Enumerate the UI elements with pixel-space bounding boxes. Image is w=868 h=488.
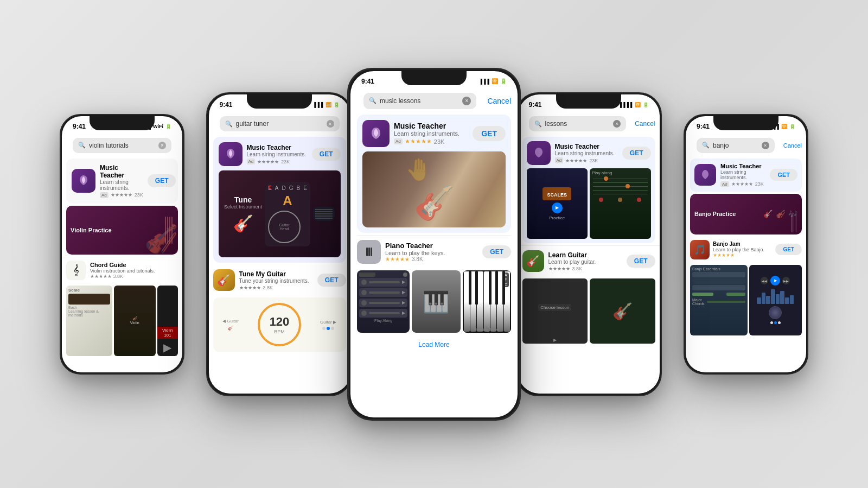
banjo-banner: Banjo Practice 🎸 🎻 🎶 bbox=[690, 194, 802, 235]
search-query-rightmost: banjo bbox=[713, 142, 758, 149]
get-btn-rightmost-mt[interactable]: GET bbox=[770, 169, 797, 181]
piano-teacher-icon bbox=[357, 240, 381, 264]
clear-btn-left[interactable]: × bbox=[327, 120, 334, 128]
app-info-leftmost-mt: Music Teacher Learn string instruments. … bbox=[100, 164, 143, 198]
ad-badge-center: Ad bbox=[394, 138, 403, 144]
app-info-right-mt: Music Teacher Learn string instruments. … bbox=[555, 143, 618, 163]
tune-my-guitar-desc: Tune your string instruments. bbox=[239, 278, 313, 284]
app-icon-left-mt bbox=[219, 142, 242, 166]
reviews-right-mt: 23K bbox=[589, 158, 598, 163]
play-along-label-right: Play along bbox=[592, 170, 649, 175]
search-bar-center[interactable]: 🔍 music lessons × bbox=[363, 93, 476, 109]
tune-my-guitar-icon: 🎸 bbox=[213, 269, 235, 291]
search-icon-center: 🔍 bbox=[369, 97, 376, 104]
phone-leftmost-screen: 9:41 ▐▐▐ WiFi 🔋 🔍 violin tutorials × bbox=[62, 116, 182, 372]
learn-guitar-icon: 🎸 bbox=[522, 250, 544, 272]
search-icon-right: 🔍 bbox=[534, 121, 542, 128]
transport-controls: ◀◀ ▶ ▶▶ bbox=[761, 276, 790, 286]
guitar-lesson-icon: 🎸 bbox=[612, 302, 633, 321]
app-desc-center-mt: Learn string instruments. bbox=[394, 130, 468, 137]
violin-screenshots: Scale Bach Learning lesson & methods 🎻Vi… bbox=[66, 286, 178, 356]
play-btn[interactable]: ▶ bbox=[770, 276, 780, 286]
metronome-left: ◀ Guitar 🎸 bbox=[222, 319, 239, 331]
clear-btn-right[interactable]: × bbox=[613, 120, 621, 128]
get-btn-piano[interactable]: GET bbox=[482, 245, 511, 258]
wifi-icon-left: 📶 bbox=[326, 102, 331, 107]
battery-icon-left: 🔋 bbox=[334, 102, 340, 107]
note-markers bbox=[592, 198, 649, 202]
banjo-screenshots: Banjo Essentials MajorChords ◀◀ ▶ bbox=[690, 265, 802, 335]
chord-lines bbox=[315, 209, 333, 219]
piano-teacher-row: Piano Teacher Learn to play the keys. ★★… bbox=[357, 235, 511, 268]
reviews-tune: 3.8K bbox=[263, 285, 273, 290]
banjo-jam-meta: ★★★★★ bbox=[713, 252, 772, 258]
ad-badge-rightmost: Ad bbox=[720, 181, 729, 187]
app-desc-left-mt: Learn siring instruments. bbox=[247, 151, 308, 157]
phone-left: 9:41 ▐▐▐ 📶 🔋 🔍 guitar tuner × bbox=[206, 92, 353, 396]
time-center: 9:41 bbox=[361, 78, 374, 85]
phone-rightmost-screen: 9:41 ▐▐▐▐ 🛜 🔋 🔍 banjo × Cancel bbox=[686, 116, 806, 372]
search-bar-right[interactable]: 🔍 lessons × bbox=[529, 116, 627, 131]
search-bar-leftmost[interactable]: 🔍 violin tutorials × bbox=[73, 138, 171, 153]
play-btn-scales[interactable]: ▶ bbox=[552, 202, 563, 213]
next-btn[interactable]: ▶▶ bbox=[782, 277, 790, 284]
app-name-rightmost-mt: Music Teacher bbox=[720, 163, 765, 169]
reviews-left-mt: 23K bbox=[281, 159, 290, 164]
guitar-hero-icon: 🎸 bbox=[414, 183, 455, 222]
chord-guide-icon: 𝄞 bbox=[66, 261, 86, 280]
get-btn-right-mt[interactable]: GET bbox=[622, 147, 651, 160]
violin-banner-text: Violin Practice bbox=[66, 223, 116, 238]
search-bar-rightmost[interactable]: 🔍 banjo × bbox=[697, 138, 775, 153]
app-name-center-mt: Music Teacher bbox=[394, 122, 468, 130]
note-a: A bbox=[275, 185, 279, 191]
banjo-jam-row: 🎵 Banjo Jam Learn to play the Banjo. ★★★… bbox=[686, 237, 806, 263]
get-btn-center-mt[interactable]: GET bbox=[473, 126, 506, 141]
reading-notes-label: Reading Notes bbox=[463, 328, 511, 332]
search-query-left: guitar tuner bbox=[236, 120, 323, 128]
scales-badge: SCALES bbox=[542, 187, 571, 200]
banjo-ss-2: ◀◀ ▶ ▶▶ bbox=[749, 265, 802, 335]
app-desc-leftmost-mt: Learn string instruments. bbox=[100, 179, 143, 191]
app-name-left-mt: Music Teacher bbox=[247, 144, 308, 151]
load-more-btn[interactable]: Load More bbox=[418, 341, 449, 348]
violin-icon: 🎻 bbox=[144, 223, 178, 255]
choose-lesson-label: Choose lesson bbox=[522, 278, 588, 337]
string-display: E A D G B E A GuitarHead bbox=[265, 182, 310, 246]
piano-icon-visual bbox=[364, 245, 374, 258]
battery-icon-leftmost: 🔋 bbox=[165, 124, 171, 129]
banjo-jam-info: Banjo Jam Learn to play the Banjo. ★★★★★ bbox=[713, 241, 772, 258]
guitar-emoji: 🎸 bbox=[224, 214, 262, 233]
tuner-banner: Tune Select Instrument 🎸 E A D G B E A bbox=[219, 170, 341, 257]
progress-dots bbox=[770, 321, 781, 324]
wifi-icon-leftmost: WiFi bbox=[153, 124, 163, 129]
clear-btn-center[interactable]: × bbox=[462, 97, 471, 105]
cancel-btn-rightmost[interactable]: Cancel bbox=[783, 142, 802, 149]
search-query-leftmost: violin tutorials bbox=[89, 142, 155, 149]
banjo-icon-1: 🎸 bbox=[763, 210, 773, 218]
tune-label: Tune Select Instrument 🎸 bbox=[224, 195, 262, 233]
cancel-btn-center[interactable]: Cancel bbox=[487, 97, 511, 105]
banjo-banner-text: Banjo Practice bbox=[690, 206, 740, 221]
search-query-center: music lessons bbox=[380, 97, 459, 105]
app-meta-leftmost-mt: Ad ★★★★★ 23K bbox=[100, 192, 143, 198]
prev-btn[interactable]: ◀◀ bbox=[761, 277, 768, 284]
phone-rightmost: 9:41 ▐▐▐▐ 🛜 🔋 🔍 banjo × Cancel bbox=[684, 114, 808, 375]
tuner-head: GuitarHead bbox=[279, 223, 290, 231]
get-btn-lg[interactable]: GET bbox=[627, 255, 655, 268]
major-chords: MajorChords bbox=[692, 298, 745, 306]
clear-btn-rightmost[interactable]: × bbox=[762, 142, 769, 149]
get-btn-left-mt[interactable]: GET bbox=[312, 148, 341, 161]
search-bar-left[interactable]: 🔍 guitar tuner × bbox=[220, 116, 340, 131]
cancel-btn-right[interactable]: Cancel bbox=[635, 120, 655, 128]
app-icon-leftmost-mt bbox=[72, 169, 95, 193]
app-meta-center-mt: Ad ★★★★★ 23K bbox=[394, 138, 468, 145]
learn-guitar-name: Learn Guitar bbox=[548, 251, 622, 259]
get-btn-banjo-jam[interactable]: GET bbox=[775, 244, 802, 255]
app-info-rightmost-mt: Music Teacher Learn string instruments. … bbox=[720, 163, 765, 187]
chord-guide-info: Chord Guide Violin instruction and tutor… bbox=[90, 262, 178, 279]
clear-btn-leftmost[interactable]: × bbox=[158, 142, 166, 149]
banjo-jam-icon: 🎵 bbox=[690, 240, 710, 259]
get-btn-leftmost-mt[interactable]: GET bbox=[148, 174, 176, 187]
banjo-jam-name: Banjo Jam bbox=[713, 241, 772, 247]
get-btn-tune[interactable]: GET bbox=[317, 274, 346, 287]
